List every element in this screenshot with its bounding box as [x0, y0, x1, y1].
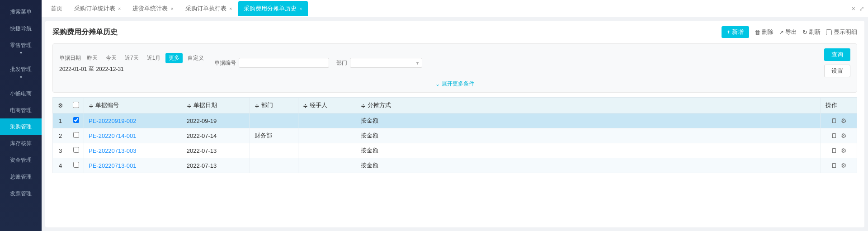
- sidebar-item-电商管理[interactable]: 电商管理: [0, 102, 42, 119]
- date-btn-今天[interactable]: 今天: [103, 53, 120, 63]
- more-icon[interactable]: ⚙: [840, 131, 848, 140]
- refresh-button[interactable]: ↻ 刷新: [802, 28, 821, 36]
- select-all-checkbox[interactable]: [73, 102, 79, 108]
- gear-icon[interactable]: ⚙: [58, 102, 63, 109]
- th-checkbox[interactable]: [68, 98, 84, 113]
- date-btn-更多[interactable]: 更多: [165, 53, 183, 63]
- doc-num-cell: PE-20220919-002: [84, 113, 182, 128]
- date-btn-近7天[interactable]: 近7天: [122, 53, 142, 63]
- sidebar-item-总账管理[interactable]: 总账管理: [0, 169, 42, 185]
- doc-num-link[interactable]: PE-20220713-001: [89, 162, 137, 169]
- doc-num-link[interactable]: PE-20220714-001: [89, 132, 137, 139]
- row-checkbox[interactable]: [73, 117, 79, 123]
- table-row: 2 PE-20220714-001 2022-07-14 财务部 按金额 🗒 ⚙: [53, 128, 857, 143]
- delete-button[interactable]: 🗑 删除: [755, 28, 774, 36]
- table-row: 4 PE-20220713-001 2022-07-13 按金额 🗒 ⚙: [53, 158, 857, 173]
- data-table: ⚙ ≑ 单据编号 ≑ 单据日期: [52, 97, 857, 173]
- edit-icon[interactable]: 🗒: [830, 161, 838, 170]
- more-icon[interactable]: ⚙: [840, 146, 848, 155]
- row-number: 3: [53, 143, 68, 158]
- tab-close-icon[interactable]: ×: [229, 6, 232, 11]
- row-checkbox[interactable]: [73, 147, 79, 153]
- doc-num-filter-group: 单据编号: [214, 58, 329, 68]
- tab-采购订单执行表[interactable]: 采购订单执行表×: [180, 1, 237, 16]
- row-actions: 🗒 ⚙: [821, 143, 857, 158]
- row-checkbox-cell[interactable]: [68, 158, 84, 173]
- doc-num-input[interactable]: [239, 58, 329, 68]
- doc-date-cell: 2022-07-13: [182, 158, 250, 173]
- edit-icon[interactable]: 🗒: [830, 131, 838, 140]
- dept-filter-group: 部门 ▼: [336, 58, 422, 68]
- row-number: 2: [53, 128, 68, 143]
- row-checkbox-cell[interactable]: [68, 113, 84, 128]
- sidebar-item-快捷导航[interactable]: 快捷导航: [0, 20, 42, 37]
- show-cols-checkbox[interactable]: 显示明细: [826, 28, 857, 36]
- doc-num-cell: PE-20220713-003: [84, 143, 182, 158]
- date-btn-近1月[interactable]: 近1月: [144, 53, 164, 63]
- close-window-icon[interactable]: ×: [852, 5, 855, 12]
- date-quick-btns: 昨天今天近7天近1月更多自定义: [84, 53, 207, 63]
- th-split-method: ≑ 分摊方式: [356, 98, 821, 113]
- setting-button[interactable]: 设置: [824, 65, 850, 77]
- edit-icon[interactable]: 🗒: [830, 146, 838, 155]
- dept-cell: 财务部: [250, 128, 298, 143]
- th-handler: ≑ 经手人: [298, 98, 356, 113]
- split-method-cell: 按金额: [356, 128, 821, 143]
- row-actions: 🗒 ⚙: [821, 158, 857, 173]
- filter-actions: 查询 设置: [824, 48, 850, 77]
- doc-num-link[interactable]: PE-20220919-002: [89, 118, 137, 124]
- expand-more-button[interactable]: ⌄ 展开更多条件: [59, 80, 850, 88]
- doc-num-link[interactable]: PE-20220713-003: [89, 147, 137, 154]
- row-actions: 🗒 ⚙: [821, 113, 857, 128]
- tab-采购费用分摊单历史[interactable]: 采购费用分摊单历史×: [238, 1, 307, 16]
- export-icon: ↗: [779, 29, 784, 36]
- page-content: 采购费用分摊单历史 + 新增 🗑 删除 ↗ 导出 ↻ 刷新 显示明细: [45, 21, 864, 227]
- date-btn-自定义[interactable]: 自定义: [184, 53, 207, 63]
- sidebar-item-搜索菜单[interactable]: 搜索菜单: [0, 4, 42, 20]
- export-button[interactable]: ↗ 导出: [779, 28, 797, 36]
- query-button[interactable]: 查询: [824, 48, 850, 61]
- row-checkbox-cell[interactable]: [68, 143, 84, 158]
- sidebar-item-库存核算[interactable]: 库存核算: [0, 135, 42, 152]
- doc-num-label: 单据编号: [214, 59, 236, 67]
- tab-采购订单统计表[interactable]: 采购订单统计表×: [69, 1, 126, 16]
- dept-cell: [250, 113, 298, 128]
- sidebar-item-发票管理[interactable]: 发票管理: [0, 185, 42, 202]
- more-icon[interactable]: ⚙: [840, 116, 848, 125]
- date-filter-group: 单据日期 昨天今天近7天近1月更多自定义 2022-01-01 至 2022-1…: [59, 53, 207, 73]
- sidebar-item-小畅电商[interactable]: 小畅电商: [0, 85, 42, 102]
- th-gear[interactable]: ⚙: [53, 98, 68, 113]
- th-actions: 操作: [821, 98, 857, 113]
- dept-input[interactable]: [350, 58, 422, 68]
- sidebar-item-零售管理[interactable]: 零售管理▾: [0, 37, 42, 61]
- row-checkbox-cell[interactable]: [68, 128, 84, 143]
- add-button[interactable]: + 新增: [722, 26, 749, 38]
- split-method-cell: 按金额: [356, 158, 821, 173]
- tab-close-icon[interactable]: ×: [170, 6, 173, 11]
- page-title: 采购费用分摊单历史: [52, 28, 118, 37]
- handler-cell: [298, 143, 356, 158]
- sidebar-item-资金管理[interactable]: 资金管理: [0, 152, 42, 169]
- tab-close-icon[interactable]: ×: [118, 6, 121, 11]
- split-method-cell: 按金额: [356, 143, 821, 158]
- row-number: 4: [53, 158, 68, 173]
- row-checkbox[interactable]: [73, 132, 79, 138]
- filter-row: 单据日期 昨天今天近7天近1月更多自定义 2022-01-01 至 2022-1…: [59, 48, 850, 77]
- edit-icon[interactable]: 🗒: [830, 116, 838, 125]
- date-range: 2022-01-01 至 2022-12-31: [59, 65, 207, 73]
- sidebar-item-采购管理[interactable]: 采购管理: [0, 118, 42, 135]
- sidebar-item-批发管理[interactable]: 批发管理▾: [0, 61, 42, 85]
- tab-close-icon[interactable]: ×: [299, 6, 302, 11]
- table-row: 1 PE-20220919-002 2022-09-19 按金额 🗒 ⚙: [53, 113, 857, 128]
- handler-cell: [298, 113, 356, 128]
- doc-num-cell: PE-20220713-001: [84, 158, 182, 173]
- tab-进货单统计表[interactable]: 进货单统计表×: [127, 1, 179, 16]
- tab-首页[interactable]: 首页: [45, 1, 68, 16]
- sidebar: 搜索菜单快捷导航零售管理▾批发管理▾小畅电商电商管理采购管理库存核算资金管理总账…: [0, 0, 42, 231]
- more-icon[interactable]: ⚙: [840, 161, 848, 170]
- row-actions: 🗒 ⚙: [821, 128, 857, 143]
- filter-bar: 单据日期 昨天今天近7天近1月更多自定义 2022-01-01 至 2022-1…: [52, 43, 857, 93]
- row-checkbox[interactable]: [73, 162, 79, 168]
- date-btn-昨天[interactable]: 昨天: [84, 53, 101, 63]
- expand-window-icon[interactable]: ⤢: [859, 5, 864, 12]
